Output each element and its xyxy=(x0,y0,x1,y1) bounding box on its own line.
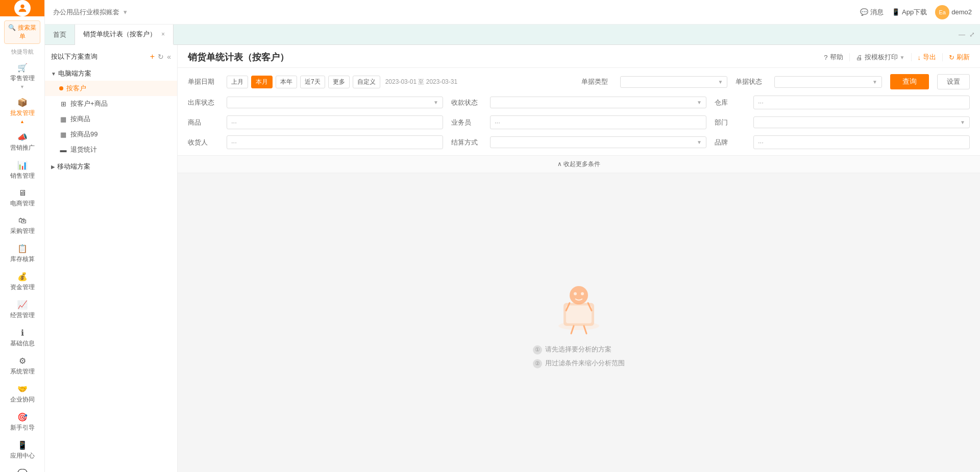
out-status-select[interactable]: ▼ xyxy=(227,97,443,108)
minimize-icon[interactable]: — xyxy=(959,31,965,38)
user-avatar-text: Ea xyxy=(939,9,946,15)
salesperson-select[interactable]: ··· xyxy=(490,115,706,129)
brand-col: ··· xyxy=(753,135,970,149)
order-status-label: 单据状态 xyxy=(736,77,766,86)
sidebar-item-system[interactable]: ⚙ 系统管理 xyxy=(0,352,44,380)
finance-icon: 💰 xyxy=(17,272,28,281)
sidebar-item-newguide[interactable]: 🎯 新手引导 xyxy=(0,408,44,436)
sidebar-item-retail[interactable]: 🛒 零售管理 ▼ xyxy=(0,59,44,93)
refresh-btn[interactable]: ↻ 刷新 xyxy=(949,53,970,62)
empty-tips: ① 请先选择要分析的方案 ② 用过滤条件来缩小分析范围 xyxy=(533,345,625,368)
department-label: 部门 xyxy=(715,118,745,127)
help-btn[interactable]: ? 帮助 xyxy=(824,53,843,62)
sidebar-item-ops-label: 经营管理 xyxy=(10,311,35,320)
sidebar-item-ecom-label: 电商管理 xyxy=(10,199,35,208)
order-type-select[interactable]: ▼ xyxy=(620,76,728,88)
template-print-btn[interactable]: 🖨 按模板打印 ▼ xyxy=(856,53,905,62)
out-status-arrow: ▼ xyxy=(433,100,438,105)
schema-by-product[interactable]: ▦ 按商品 xyxy=(45,111,177,127)
left-panel-title: 按以下方案查询 xyxy=(51,52,97,61)
date-group: 上月 本月 本年 近7天 更多 自定义 2023-03-01 至 2023-03… xyxy=(227,76,457,88)
app-logo xyxy=(0,0,44,16)
divider1 xyxy=(849,53,850,61)
divider3 xyxy=(942,53,943,61)
sidebar-item-basic-label: 基础信息 xyxy=(10,339,35,348)
date-more[interactable]: 更多 xyxy=(328,76,350,88)
sidebar-item-wechat[interactable]: 💬 企业微信 xyxy=(0,464,44,472)
empty-tip-1: ① 请先选择要分析的方案 xyxy=(533,345,625,355)
settlement-select[interactable]: ▼ xyxy=(490,136,706,148)
message-btn[interactable]: 💬 消息 xyxy=(860,8,884,17)
app-download-btn[interactable]: 📱 App下载 xyxy=(892,8,927,17)
mobile-group-header[interactable]: ▶ 移动端方案 xyxy=(45,159,177,174)
header-actions: 💬 消息 📱 App下载 Ea demo2 xyxy=(860,5,972,19)
sidebar-item-basic[interactable]: ℹ 基础信息 xyxy=(0,324,44,352)
date-last-7-days[interactable]: 近7天 xyxy=(300,76,325,88)
sidebar-item-enterprise[interactable]: 🤝 企业协同 xyxy=(0,380,44,408)
sidebar-item-marketing[interactable]: 📣 营销推广 xyxy=(0,128,44,156)
export-btn[interactable]: ↓ 导出 xyxy=(918,53,937,62)
date-this-month[interactable]: 本月 xyxy=(251,76,273,88)
tip1-text: 请先选择要分析的方案 xyxy=(545,345,611,354)
warehouse-dots: ··· xyxy=(758,99,764,106)
desktop-group-header[interactable]: ▼ 电脑端方案 xyxy=(45,66,177,81)
breadcrumb-area: 办公用品行业模拟账套 ▾ xyxy=(53,8,127,17)
customer-product-icon: ⊞ xyxy=(59,100,67,108)
sidebar-item-appcenter[interactable]: 📱 应用中心 xyxy=(0,436,44,464)
left-panel-actions: + ↻ « xyxy=(150,52,171,61)
product-dots: ··· xyxy=(231,119,237,126)
tab-bar: 首页 销货单统计表（按客户） × — ⤢ xyxy=(45,25,980,45)
refresh-icon: ↻ xyxy=(949,54,954,61)
schema-by-customer[interactable]: 按客户 xyxy=(45,81,177,96)
order-type-arrow: ▼ xyxy=(718,79,723,85)
consignee-label: 收货人 xyxy=(188,138,218,147)
sidebar-item-inventory[interactable]: 📋 库存核算 xyxy=(0,240,44,268)
user-menu-btn[interactable]: Ea demo2 xyxy=(935,5,972,19)
schema-refund-stats[interactable]: ▬ 退货统计 xyxy=(45,142,177,157)
payment-status-select[interactable]: ▼ xyxy=(490,97,706,108)
right-panel: 销货单统计表（按客户） ? 帮助 🖨 按模板打印 ▼ ↓ xyxy=(178,45,980,472)
tip2-num: ② xyxy=(533,359,542,368)
sidebar-item-ops[interactable]: 📈 经营管理 xyxy=(0,296,44,324)
sidebar-item-finance[interactable]: 💰 资金管理 xyxy=(0,268,44,296)
top-header: 办公用品行业模拟账套 ▾ 💬 消息 📱 App下载 Ea demo2 xyxy=(45,0,980,25)
search-menu-btn[interactable]: 🔍 搜索菜单 xyxy=(4,20,40,44)
sidebar-item-purchase-label: 采购管理 xyxy=(10,227,35,235)
sidebar: 🔍 搜索菜单 快捷导航 🛒 零售管理 ▼ 📦 批发管理 ▲ 📣 营销推广 📊 销… xyxy=(0,0,45,472)
wholesale-icon: 📦 xyxy=(17,98,28,107)
tab-home-label: 首页 xyxy=(53,30,66,39)
consignee-select[interactable]: ··· xyxy=(227,135,443,149)
order-status-col: ▼ xyxy=(774,76,882,88)
settings-btn[interactable]: 设置 xyxy=(937,74,970,89)
product-select[interactable]: ··· xyxy=(227,115,443,129)
sidebar-item-wholesale[interactable]: 📦 批发管理 ▲ xyxy=(0,93,44,128)
tab-home[interactable]: 首页 xyxy=(45,25,75,44)
sidebar-item-sales[interactable]: 📊 销售管理 xyxy=(0,156,44,184)
brand-select[interactable]: ··· xyxy=(753,135,970,149)
collapse-more-bar[interactable]: ∧ 收起更多条件 xyxy=(178,156,980,173)
department-select[interactable]: ▼ xyxy=(753,116,970,128)
sidebar-item-purchase[interactable]: 🛍 采购管理 xyxy=(0,212,44,240)
maximize-icon[interactable]: ⤢ xyxy=(969,31,975,38)
warehouse-select[interactable]: ··· xyxy=(753,96,970,109)
refresh-schema-btn[interactable]: ↻ xyxy=(158,53,164,61)
date-last-month[interactable]: 上月 xyxy=(227,76,248,88)
tab-sales-stats[interactable]: 销货单统计表（按客户） × xyxy=(75,25,174,45)
system-icon: ⚙ xyxy=(19,356,26,366)
inventory-icon: 📋 xyxy=(17,244,28,253)
tab-close-btn[interactable]: × xyxy=(161,31,165,38)
collapse-panel-btn[interactable]: « xyxy=(167,53,171,61)
sidebar-item-ecom[interactable]: 🖥 电商管理 xyxy=(0,184,44,212)
salesperson-dots: ··· xyxy=(495,119,500,126)
svg-point-4 xyxy=(570,286,588,304)
add-schema-btn[interactable]: + xyxy=(150,52,155,61)
date-custom[interactable]: 自定义 xyxy=(353,76,380,88)
by-product-99-icon: ▦ xyxy=(59,130,67,138)
active-indicator xyxy=(59,86,63,90)
search-btn[interactable]: 查询 xyxy=(890,74,929,89)
order-status-select[interactable]: ▼ xyxy=(774,76,882,88)
schema-by-customer-product[interactable]: ⊞ 按客户+商品 xyxy=(45,96,177,111)
schema-by-product-99[interactable]: ▦ 按商品99 xyxy=(45,127,177,142)
date-this-year[interactable]: 本年 xyxy=(276,76,297,88)
left-panel-header: 按以下方案查询 + ↻ « xyxy=(45,49,177,64)
